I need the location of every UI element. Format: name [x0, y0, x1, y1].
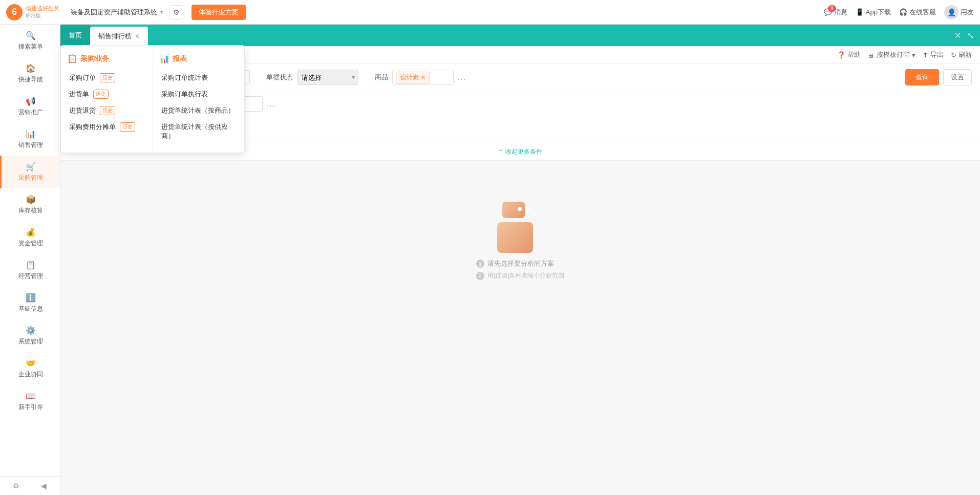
- bill-status-label: 单据状态: [266, 73, 293, 82]
- tab-sales-rank[interactable]: 销售排行榜 ✕: [90, 27, 148, 46]
- empty-hint2-text: 用[过滤]条件来缩小分析范围: [487, 271, 565, 280]
- purchase-receipt-history-badge[interactable]: 历史: [93, 90, 109, 99]
- tab-close-all-icon[interactable]: ✕: [952, 29, 963, 42]
- bill-status-select[interactable]: 请选择: [297, 70, 358, 85]
- notification-badge: 💬 9: [824, 8, 832, 16]
- export-item[interactable]: ⬆ 导出: [923, 50, 944, 59]
- sidebar-label-operation: 经营管理: [18, 272, 43, 281]
- sidebar-item-search[interactable]: 🔍 搜索菜单: [0, 25, 60, 57]
- empty-hints: 1 请先选择要分析的方案 2 用[过滤]条件来缩小分析范围: [476, 259, 565, 280]
- sidebar-item-sales[interactable]: 📊 销售管理: [0, 123, 60, 156]
- system-icon: ⚙️: [26, 326, 36, 335]
- industry-button[interactable]: 体验行业方案: [191, 5, 246, 20]
- report-col-title: 📊 报表: [159, 54, 239, 63]
- sidebar-item-system[interactable]: ⚙️ 系统管理: [0, 319, 60, 352]
- message-item[interactable]: 💬 9 消息: [824, 8, 847, 17]
- dropdown-item-purchase-order[interactable]: 采购订单 历史: [67, 70, 146, 86]
- purchase-expense-history-badge[interactable]: 历史: [120, 122, 135, 132]
- marketing-icon: 📢: [26, 96, 36, 106]
- app-download-label: App下载: [866, 8, 891, 17]
- system-dropdown-icon[interactable]: ▾: [160, 9, 163, 15]
- gear-button[interactable]: ⚙: [169, 5, 183, 19]
- report-col-icon: 📊: [159, 54, 169, 63]
- empty-hint1-text: 请先选择要分析的方案: [487, 259, 554, 268]
- logo-subtitle: 标准版: [26, 12, 59, 19]
- sidebar-item-inventory[interactable]: 📦 库存核算: [0, 188, 60, 221]
- template-print-label: 按模板打印: [877, 50, 910, 59]
- dropdown-item-purchase-receipt[interactable]: 进货单 历史: [67, 86, 146, 102]
- logo-icon: 6: [6, 4, 23, 20]
- purchase-receipt-label: 进货单: [69, 90, 89, 99]
- purchase-order-history-badge[interactable]: 历史: [100, 73, 115, 82]
- dropdown-item-report1[interactable]: 采购订单统计表: [159, 70, 239, 86]
- sidebar-label-guide: 新手引导: [18, 403, 43, 412]
- sidebar-item-enterprise[interactable]: 🤝 企业协同: [0, 352, 60, 385]
- sidebar-label-basic: 基础信息: [18, 305, 43, 313]
- user-item[interactable]: 👤 用友: [944, 5, 974, 19]
- report-col-label: 报表: [173, 54, 187, 63]
- top-bar: 6 畅捷通好生意 标准版 装备及固定资产辅助管理系统 ▾ ⚙ 体验行业方案 💬 …: [0, 0, 980, 25]
- print-icon: 🖨: [868, 51, 875, 59]
- sidebar-item-basic[interactable]: ℹ️ 基础信息: [0, 287, 60, 319]
- dropdown-item-purchase-return[interactable]: 进货退货 历史: [67, 102, 146, 119]
- sidebar-item-capital[interactable]: 💰 资金管理: [0, 221, 60, 254]
- search-icon: 🔍: [26, 31, 36, 40]
- dropdown-item-purchase-expense[interactable]: 采购费用分摊单 历史: [67, 119, 146, 135]
- toolbar-right: ❓ 帮助 🖨 按模板打印 ▾ ⬆ 导出 ↻ 刷新: [837, 50, 972, 59]
- purchase-order-label: 采购订单: [69, 73, 96, 82]
- sidebar-item-quick[interactable]: 🏠 快捷导航: [0, 57, 60, 90]
- sidebar-item-purchase[interactable]: 🛒 采购管理: [0, 156, 60, 188]
- dropdown-item-report3[interactable]: 进货单统计表（按商品）: [159, 102, 239, 119]
- report1-label: 采购订单统计表: [161, 73, 208, 82]
- refresh-item[interactable]: ↻ 刷新: [951, 50, 972, 59]
- online-service-item[interactable]: 🎧 在线客服: [899, 8, 936, 17]
- collapse-button[interactable]: ⌃ 收起更多条件: [494, 143, 546, 160]
- purchase-col-icon: 📋: [67, 54, 77, 63]
- sidebar-label-sales: 销售管理: [18, 141, 43, 149]
- capital-icon: 💰: [26, 227, 36, 237]
- purchase-col-label: 采购业务: [80, 54, 109, 63]
- sidebar-item-marketing[interactable]: 📢 营销推广: [0, 90, 60, 123]
- sidebar-item-guide[interactable]: 📖 新手引导: [0, 385, 60, 418]
- top-bar-right: 💬 9 消息 📱 App下载 🎧 在线客服 👤 用友: [824, 5, 974, 19]
- sidebar-item-operation[interactable]: 📋 经营管理: [0, 254, 60, 287]
- purchase-return-history-badge[interactable]: 历史: [100, 106, 115, 115]
- dropdown-item-report4[interactable]: 进货单统计表（按供应商）: [159, 119, 239, 144]
- tab-home[interactable]: 首页: [60, 25, 90, 46]
- collapse-label: 收起更多条件: [505, 147, 542, 156]
- goods-tag-text: 设计素: [400, 73, 419, 82]
- online-service-label: 在线客服: [909, 8, 936, 17]
- purchase-return-label: 进货退货: [69, 106, 96, 115]
- dropdown-item-report2[interactable]: 采购订单执行表: [159, 86, 239, 102]
- robot-head: [502, 202, 525, 218]
- purchase-dropdown-menu: 📋 采购业务 采购订单 历史 进货单 历史 进货退货 历史 采购费用分摊单 历史…: [60, 45, 245, 153]
- query-actions: 查询 设置: [905, 69, 972, 85]
- help-item[interactable]: ❓ 帮助: [837, 50, 861, 59]
- query-button[interactable]: 查询: [905, 69, 939, 85]
- refresh-label: 刷新: [958, 50, 972, 59]
- purchase-col: 📋 采购业务 采购订单 历史 进货单 历史 进货退货 历史 采购费用分摊单 历史: [61, 46, 153, 153]
- goods-input-area[interactable]: 设计素 ✕: [392, 70, 454, 85]
- purchase-col-title: 📋 采购业务: [67, 54, 146, 63]
- sidebar-collapse-btn[interactable]: ◀: [32, 482, 56, 490]
- sidebar-settings-btn[interactable]: ⚙: [4, 482, 28, 490]
- goods-dots-btn[interactable]: ...: [458, 73, 466, 82]
- settings-bottom-icon: ⚙: [13, 482, 19, 490]
- salesperson-dots-btn[interactable]: ...: [267, 99, 275, 109]
- template-print-item[interactable]: 🖨 按模板打印 ▾: [868, 50, 915, 59]
- tab-expand-icon[interactable]: ⤡: [965, 29, 976, 42]
- collapse-icon: ◀: [41, 482, 47, 490]
- export-label: 导出: [930, 50, 944, 59]
- export-icon: ⬆: [923, 51, 928, 59]
- logo-text-block: 畅捷通好生意 标准版: [26, 5, 59, 19]
- goods-tag-close[interactable]: ✕: [421, 74, 425, 81]
- goods-label: 商品: [375, 73, 388, 82]
- report2-label: 采购订单执行表: [161, 90, 208, 99]
- settings-button[interactable]: 设置: [943, 69, 972, 85]
- tab-home-label: 首页: [69, 31, 82, 40]
- sidebar-label-enterprise: 企业协同: [18, 370, 43, 379]
- inventory-icon: 📦: [26, 195, 36, 204]
- logo-title: 畅捷通好生意: [26, 5, 59, 12]
- tab-close-icon[interactable]: ✕: [135, 33, 140, 40]
- app-download-item[interactable]: 📱 App下载: [856, 8, 891, 17]
